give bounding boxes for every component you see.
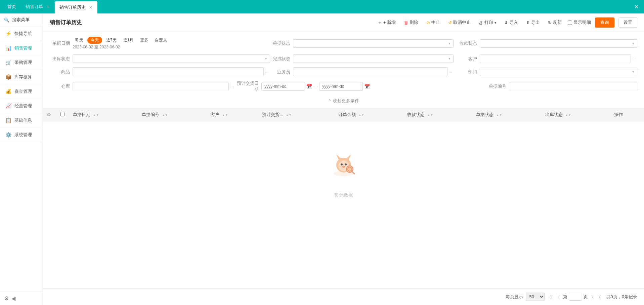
col-operation-label: 操作: [614, 112, 623, 117]
sidebar-search[interactable]: 🔍 搜索菜单: [0, 13, 43, 27]
warehouse-status-select[interactable]: ▾: [73, 54, 270, 63]
col-operation: 操作: [610, 108, 644, 121]
quick-nav-icon: ⚡: [5, 31, 12, 37]
tab-sales-order-history-label: 销售订单历史: [59, 4, 86, 10]
date-btn-yesterday[interactable]: 昨天: [73, 37, 86, 44]
filter-payment-status: 收款状态 ▾: [454, 39, 637, 48]
col-payment-status-sort[interactable]: ▲▼: [427, 113, 433, 117]
filter-doc-status: 单据状态 ▾: [270, 39, 454, 48]
tab-sales-order-history-close[interactable]: ✕: [89, 5, 92, 10]
col-warehouse-status-sort[interactable]: ▲▼: [565, 113, 571, 117]
payment-status-select[interactable]: ▾: [480, 39, 637, 48]
sidebar-item-operations[interactable]: 📈 经营管理: [0, 99, 43, 113]
sales-mgmt-icon: 📊: [5, 45, 12, 51]
filter-warehouse: 仓库 ···: [50, 82, 235, 91]
expected-delivery-to[interactable]: [319, 82, 363, 91]
expected-delivery-from[interactable]: [261, 82, 305, 91]
complete-status-select[interactable]: ▾: [293, 54, 454, 63]
window-close-button[interactable]: ✕: [632, 2, 641, 11]
col-doc-number-sort[interactable]: ▲▼: [162, 113, 168, 117]
col-order-amount-sort[interactable]: ▲▼: [358, 113, 364, 117]
tab-sales-order[interactable]: 销售订单 ✕: [21, 0, 55, 13]
customer-input[interactable]: [480, 54, 631, 63]
stop-button[interactable]: ⊘ 中止: [424, 18, 442, 27]
col-expected-delivery-sort[interactable]: ▲▼: [286, 113, 292, 117]
cancel-stop-button[interactable]: ↺ 取消中止: [446, 18, 473, 27]
export-button[interactable]: ⬆ 导出: [524, 18, 542, 27]
date-btn-custom[interactable]: 自定义: [152, 37, 170, 44]
empty-icon: [327, 148, 360, 188]
prev-page-button[interactable]: ⟨: [556, 294, 562, 300]
doc-number-label: 单据编号: [483, 83, 506, 89]
col-check[interactable]: [56, 108, 69, 121]
filter-department: 部门 ▾: [454, 68, 637, 76]
page-number-input[interactable]: 1: [569, 293, 582, 301]
sidebar-collapse-icon[interactable]: ◀: [11, 295, 15, 302]
date-btn-7days[interactable]: 近7天: [103, 37, 119, 44]
delete-icon: 🗑: [404, 20, 408, 25]
toolbar: ＋ + 新增 🗑 删除 ⊘ 中止 ↺ 取消中止 🖨 打印: [376, 17, 637, 28]
warehouse-dots[interactable]: ···: [229, 84, 235, 89]
delete-label: 删除: [410, 20, 418, 26]
sidebar-item-purchase-mgmt[interactable]: 🛒 采购管理: [0, 55, 43, 70]
salesperson-input[interactable]: [293, 67, 447, 76]
display-details-input[interactable]: [568, 21, 572, 25]
sidebar-item-sys-mgmt[interactable]: ⚙️ 系统管理: [0, 128, 43, 142]
sidebar-item-quick-nav[interactable]: ⚡ 快捷导航: [0, 27, 43, 41]
settings-button[interactable]: 设置: [618, 17, 637, 28]
tab-sales-order-close[interactable]: ✕: [46, 4, 50, 9]
col-doc-date: 单据日期 ▲▼: [69, 108, 138, 121]
expected-delivery-control: 📅 — 📅: [261, 82, 482, 91]
warehouse-status-label: 出库状态: [50, 56, 70, 62]
import-button[interactable]: ⬇ 导入: [502, 18, 520, 27]
sidebar-item-sales-mgmt[interactable]: 📊 销售管理: [0, 41, 43, 55]
goods-input[interactable]: [73, 67, 264, 76]
display-details-checkbox[interactable]: 显示明细: [568, 20, 591, 26]
first-page-button[interactable]: ⟨⟨: [547, 294, 555, 300]
per-page-select[interactable]: 50 10 20 100: [526, 293, 545, 301]
refresh-button[interactable]: ↻ 刷新: [546, 18, 564, 27]
sidebar-item-finance[interactable]: 💰 资金管理: [0, 84, 43, 99]
doc-number-input[interactable]: [509, 82, 637, 91]
next-page-button[interactable]: ⟩: [589, 294, 595, 300]
main-layout: 🔍 搜索菜单 ⚡ 快捷导航 📊 销售管理 🛒 采购管理 📦 库存核算 💰 资金管…: [0, 13, 644, 305]
col-doc-date-sort[interactable]: ▲▼: [93, 113, 99, 117]
cancel-stop-icon: ↺: [448, 20, 452, 25]
calendar-from-icon[interactable]: 📅: [306, 84, 312, 89]
refresh-icon: ↻: [548, 20, 552, 25]
sidebar-settings-icon[interactable]: ⚙: [4, 295, 9, 302]
tab-sales-order-history[interactable]: 销售订单历史 ✕: [55, 1, 97, 13]
col-settings[interactable]: ⚙: [43, 108, 56, 121]
goods-dots[interactable]: ···: [264, 69, 270, 74]
col-doc-status: 单据状态 ▲▼: [472, 108, 541, 121]
customer-dots[interactable]: ···: [631, 56, 637, 61]
col-customer-sort[interactable]: ▲▼: [222, 113, 228, 117]
col-doc-status-sort[interactable]: ▲▼: [496, 113, 502, 117]
date-btn-1month[interactable]: 近1月: [121, 37, 136, 44]
col-doc-date-label: 单据日期: [73, 112, 90, 117]
warehouse-input[interactable]: [73, 82, 229, 91]
query-button[interactable]: 查询: [595, 17, 614, 28]
warehouse-status-arrow-icon: ▾: [265, 56, 267, 61]
salesperson-dots[interactable]: ···: [447, 69, 454, 74]
print-button[interactable]: 🖨 打印 ▾: [477, 18, 498, 27]
warehouse-control: ···: [73, 82, 235, 91]
tab-home[interactable]: 首页: [3, 0, 21, 13]
sidebar-item-basic-info[interactable]: 📋 基础信息: [0, 113, 43, 128]
department-select[interactable]: ▾: [480, 68, 637, 76]
total-info: 共0页，0条记录: [606, 294, 637, 300]
date-btn-today[interactable]: 今天: [87, 37, 102, 44]
department-control: ▾: [480, 68, 637, 76]
sidebar-bottom: ⚙ ◀: [0, 292, 43, 305]
select-all-checkbox[interactable]: [60, 112, 65, 116]
search-icon: 🔍: [4, 17, 9, 23]
sidebar-item-inventory[interactable]: 📦 库存核算: [0, 70, 43, 84]
calendar-to-icon[interactable]: 📅: [364, 84, 370, 89]
new-button[interactable]: ＋ + 新增: [376, 18, 398, 27]
filter-row-1: 单据日期 昨天 今天 近7天 近1月 更多 自定义 2023-06-02: [50, 37, 637, 50]
collapse-bar[interactable]: ⌃ 收起更多条件: [50, 97, 637, 105]
doc-status-select[interactable]: ▾: [293, 39, 454, 48]
date-btn-more[interactable]: 更多: [137, 37, 151, 44]
delete-button[interactable]: 🗑 删除: [402, 18, 420, 27]
last-page-button[interactable]: ⟩⟩: [596, 294, 604, 300]
